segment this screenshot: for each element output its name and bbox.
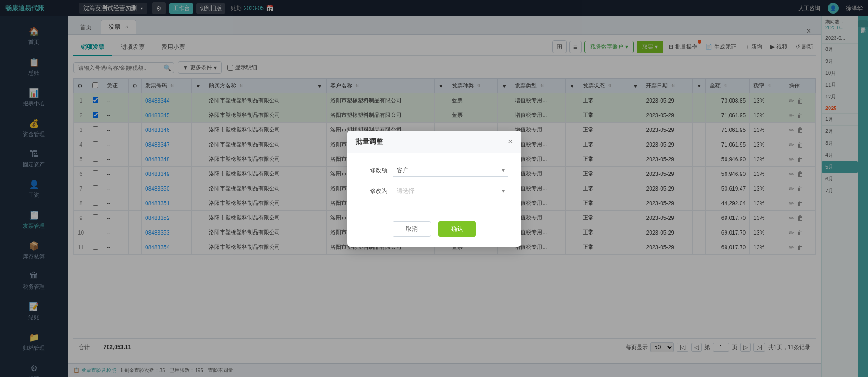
modify-field-select[interactable]: 客户 ▾ [393,164,508,177]
modify-to-select[interactable]: 请选择 ▾ [393,185,508,197]
modal-close-btn[interactable]: × [508,137,513,147]
modal-cancel-btn[interactable]: 取消 [393,221,431,237]
modify-field-label: 修改项 [360,166,388,175]
modal-confirm-btn[interactable]: 确认 [438,221,476,237]
modal-overlay: 批量调整 × 修改项 客户 ▾ 修改为 请选择 ▾ 取消 确认 [0,0,868,377]
modify-field-arrow-icon: ▾ [502,167,505,174]
modify-to-label: 修改为 [360,187,388,195]
modify-field-value: 客户 [397,166,409,175]
modal-modify-to-row: 修改为 请选择 ▾ [360,185,508,197]
modify-to-arrow-icon: ▾ [502,188,505,194]
modal-header: 批量调整 × [347,131,521,153]
batch-adjust-modal: 批量调整 × 修改项 客户 ▾ 修改为 请选择 ▾ 取消 确认 [347,131,521,247]
modal-title: 批量调整 [355,137,383,146]
modal-footer: 取消 确认 [347,217,521,247]
modal-modify-field-row: 修改项 客户 ▾ [360,164,508,177]
modify-to-placeholder: 请选择 [397,187,415,195]
modal-body: 修改项 客户 ▾ 修改为 请选择 ▾ [347,153,521,217]
